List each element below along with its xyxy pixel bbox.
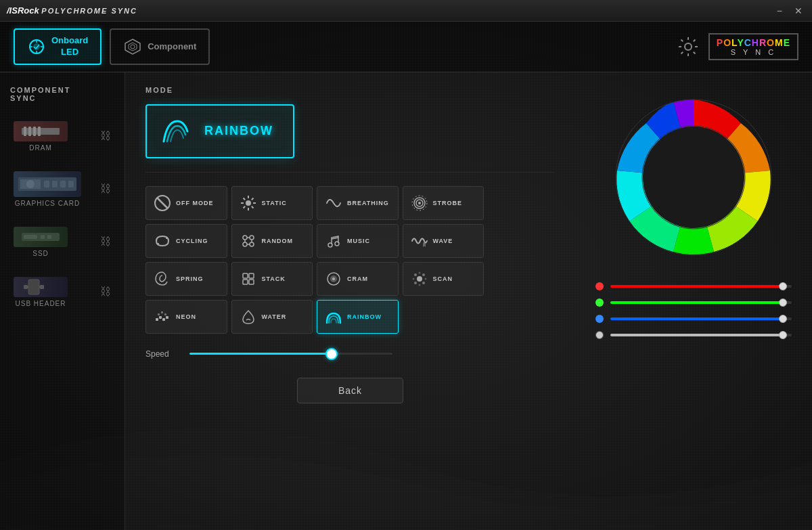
svg-point-49 bbox=[335, 242, 339, 246]
usb-header-label: USB Header bbox=[15, 300, 66, 307]
svg-point-60 bbox=[422, 273, 425, 276]
svg-rect-70 bbox=[166, 316, 168, 319]
svg-rect-17 bbox=[68, 181, 74, 187]
water-label: WATER bbox=[262, 313, 287, 320]
svg-point-66 bbox=[424, 278, 426, 280]
mode-btn-off[interactable]: OFF MODE bbox=[145, 186, 227, 220]
close-button[interactable]: ✕ bbox=[792, 5, 805, 16]
cycling-icon bbox=[153, 231, 172, 250]
dram-label: DRAM bbox=[29, 144, 51, 152]
ssd-thumbnail bbox=[14, 227, 68, 247]
mode-btn-static[interactable]: STATIC bbox=[231, 186, 313, 220]
neon-icon bbox=[153, 307, 172, 326]
wave-label: WAVE bbox=[433, 238, 453, 244]
back-btn-container: Back bbox=[145, 378, 555, 403]
mode-btn-wave[interactable]: WAVE bbox=[403, 224, 484, 258]
tab-component[interactable]: Component bbox=[110, 28, 210, 65]
mode-btn-scan[interactable]: SCAN bbox=[403, 262, 484, 296]
water-icon bbox=[239, 307, 258, 326]
title-bar: /ISRock POLYCHROME SYNC − ✕ bbox=[0, 0, 812, 22]
svg-point-13 bbox=[26, 180, 35, 188]
svg-rect-16 bbox=[60, 181, 66, 187]
back-button[interactable]: Back bbox=[297, 378, 403, 403]
speed-thumb[interactable] bbox=[325, 348, 338, 360]
svg-point-4 bbox=[131, 45, 135, 49]
mode-btn-water[interactable]: WATER bbox=[231, 300, 313, 334]
mode-btn-rainbow[interactable]: RAINBOW bbox=[317, 300, 399, 334]
breathing-icon bbox=[324, 194, 343, 213]
speed-track bbox=[189, 353, 392, 355]
red-slider-row[interactable] bbox=[595, 282, 792, 290]
cram-label: CRAM bbox=[347, 275, 368, 282]
brightness-slider-row[interactable] bbox=[595, 331, 792, 339]
polychrome-badge: POLYCHROME S Y N C bbox=[708, 33, 798, 60]
red-track bbox=[610, 285, 792, 288]
mode-section-label: MODE bbox=[145, 86, 555, 94]
svg-rect-23 bbox=[40, 285, 44, 289]
mode-btn-random[interactable]: RANDOM bbox=[231, 224, 313, 258]
wave-icon bbox=[410, 231, 429, 250]
brightness-thumb[interactable] bbox=[779, 331, 787, 339]
svg-line-33 bbox=[251, 206, 253, 208]
color-wheel[interactable] bbox=[602, 86, 785, 269]
blue-thumb[interactable] bbox=[779, 315, 787, 323]
svg-rect-21 bbox=[47, 235, 51, 239]
svg-rect-15 bbox=[52, 181, 58, 187]
content-area: COMPONENTSYNC DRAM ⛓ bbox=[0, 72, 812, 530]
svg-rect-10 bbox=[38, 127, 41, 136]
svg-rect-20 bbox=[41, 235, 45, 239]
svg-rect-69 bbox=[162, 318, 165, 321]
tab-onboard-led[interactable]: OnboardLED bbox=[14, 28, 102, 65]
green-thumb[interactable] bbox=[779, 299, 787, 307]
settings-icon[interactable] bbox=[676, 35, 700, 59]
mode-btn-cram[interactable]: CRAM bbox=[317, 262, 399, 296]
svg-line-35 bbox=[243, 206, 245, 208]
strobe-icon bbox=[410, 194, 429, 213]
component-label: Component bbox=[148, 41, 196, 51]
mode-btn-cycling[interactable]: CYCLING bbox=[145, 224, 227, 258]
svg-line-26 bbox=[157, 198, 168, 208]
random-label: RANDOM bbox=[262, 238, 294, 244]
selected-mode-display: RAINBOW bbox=[145, 104, 294, 158]
mode-btn-strobe[interactable]: STROBE bbox=[403, 186, 484, 220]
speed-section: Speed bbox=[145, 347, 555, 361]
main-container: OnboardLED Component bbox=[0, 22, 812, 530]
svg-point-42 bbox=[243, 242, 247, 246]
music-label: MUSIC bbox=[347, 238, 370, 244]
svg-point-38 bbox=[418, 202, 421, 204]
blue-slider-row[interactable] bbox=[595, 315, 792, 323]
speed-label: Speed bbox=[145, 349, 176, 359]
svg-rect-8 bbox=[28, 127, 31, 136]
sidebar-item-graphics-card[interactable]: Graphics Card ⛓ bbox=[7, 166, 118, 213]
title-bar-left: /ISRock POLYCHROME SYNC bbox=[7, 5, 137, 16]
mode-btn-breathing[interactable]: BREATHING bbox=[317, 186, 399, 220]
right-panel bbox=[575, 72, 812, 530]
svg-line-34 bbox=[251, 198, 253, 200]
svg-rect-54 bbox=[249, 280, 254, 284]
spring-label: SPRING bbox=[176, 275, 204, 282]
sidebar-item-usb-header[interactable]: USB Header ⛓ bbox=[7, 271, 118, 313]
svg-rect-51 bbox=[243, 273, 248, 278]
svg-rect-72 bbox=[161, 311, 163, 313]
svg-point-27 bbox=[246, 200, 251, 206]
mode-btn-spring[interactable]: SPRING bbox=[145, 262, 227, 296]
svg-rect-68 bbox=[159, 316, 162, 319]
onboard-led-icon bbox=[27, 37, 46, 56]
sidebar-item-ssd[interactable]: SSD ⛓ bbox=[7, 221, 118, 263]
mode-btn-music[interactable]: MUSIC bbox=[317, 224, 399, 258]
mode-btn-neon[interactable]: NEON bbox=[145, 300, 227, 334]
red-thumb[interactable] bbox=[779, 282, 787, 290]
green-slider-row[interactable] bbox=[595, 299, 792, 307]
dram-chain-icon: ⛓ bbox=[100, 130, 111, 142]
minimize-button[interactable]: − bbox=[774, 5, 785, 16]
speed-slider[interactable] bbox=[189, 347, 392, 361]
cram-icon bbox=[324, 269, 343, 288]
svg-rect-52 bbox=[249, 273, 254, 278]
brightness-dot bbox=[595, 331, 604, 339]
svg-rect-7 bbox=[24, 127, 26, 136]
sidebar-item-dram[interactable]: DRAM ⛓ bbox=[7, 116, 118, 157]
green-dot bbox=[595, 299, 604, 307]
graphics-card-label: Graphics Card bbox=[15, 200, 80, 207]
mode-btn-stack[interactable]: STACK bbox=[231, 262, 313, 296]
svg-rect-19 bbox=[24, 235, 37, 239]
